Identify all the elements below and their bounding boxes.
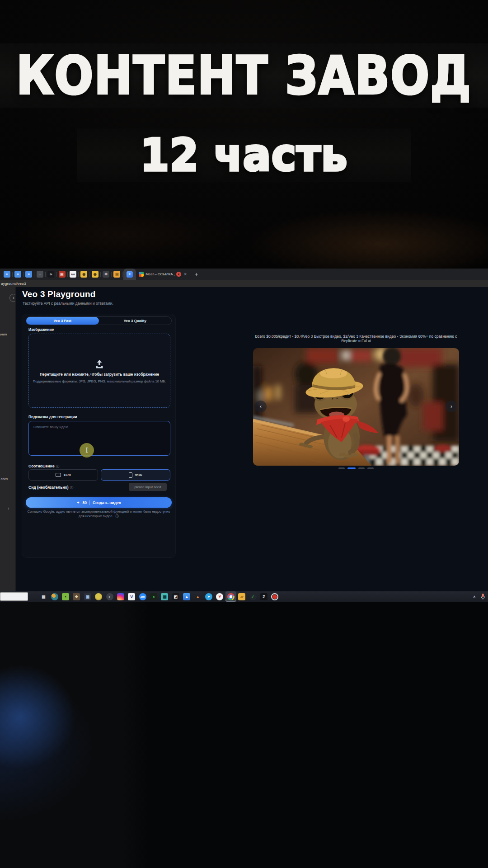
- yandex-browser-icon[interactable]: Y: [214, 591, 225, 602]
- antivirus-icon[interactable]: ▪: [60, 591, 71, 602]
- tray-chevron-icon[interactable]: ∧: [473, 594, 476, 599]
- sidebar-expand-chevron-icon[interactable]: ›: [8, 506, 9, 511]
- carousel-next-button[interactable]: ›: [446, 401, 457, 412]
- create-video-button[interactable]: ✦ 80 Создать видео: [26, 497, 172, 508]
- pinned-tab-folder[interactable]: ▤: [113, 271, 120, 278]
- mascot-app-icon[interactable]: [93, 591, 104, 602]
- audio-disclaimer: Согласно Google, аудио является эксперим…: [26, 509, 172, 519]
- photos-icon[interactable]: ▲: [181, 591, 192, 602]
- carousel-dots: [253, 467, 459, 469]
- pinned-tab-studio[interactable]: Si: [47, 271, 54, 278]
- pinned-tab-docs-3[interactable]: ≡: [25, 271, 32, 278]
- clip-editor-icon[interactable]: ◩: [170, 591, 181, 602]
- pricing-text: Всего $0.005/кредит - $0.4/Veo 3 Быстрое…: [253, 334, 459, 343]
- carousel-dot-2[interactable]: [347, 467, 356, 469]
- media-app-icon[interactable]: ▣: [82, 591, 93, 602]
- pinned-tab-extension[interactable]: ~: [37, 271, 43, 278]
- clip-editor-icon: ◩: [172, 593, 179, 600]
- video-preview-carousel[interactable]: [253, 348, 459, 466]
- sidebar-item-top[interactable]: ания: [0, 332, 7, 336]
- tab-close-icon[interactable]: ×: [183, 272, 188, 277]
- tab-veo3-fast[interactable]: Veo 3 Fast: [26, 317, 99, 325]
- page-subtitle: Тестируйте API с реальными данными и отв…: [23, 301, 113, 306]
- prompt-textarea-wrap: [28, 421, 170, 456]
- telegram-icon: ➤: [205, 593, 212, 600]
- pinned-tab-yellow-2[interactable]: ◉: [92, 271, 99, 278]
- page-title: Veo 3 Playground: [22, 289, 96, 299]
- instagram-icon: [117, 593, 124, 600]
- image-field-label: Изображение: [28, 327, 54, 332]
- video-editor-v-icon: V: [128, 593, 135, 600]
- carousel-dot-3[interactable]: [358, 467, 365, 469]
- video-editor-v-icon[interactable]: V: [126, 591, 137, 602]
- upload-icon: [94, 359, 105, 369]
- aspect-ratio-group: 16:9 9:16: [28, 469, 170, 481]
- overlay-part-number: 12 часть: [140, 129, 347, 180]
- address-bar[interactable]: ayground/veo3: [0, 280, 488, 287]
- pinned-tab-red-app[interactable]: ▣: [59, 271, 66, 278]
- meet-icon: [139, 272, 144, 277]
- antivirus-icon: ▪: [62, 593, 69, 600]
- z-recorder-icon[interactable]: Z: [258, 591, 269, 602]
- screen-record-icon: [271, 593, 278, 600]
- pinned-tab-docs-2[interactable]: ≡: [14, 271, 21, 278]
- upload-formats: Поддерживаемые форматы: JPG, JPEG, PNG; …: [33, 379, 166, 383]
- instagram-icon[interactable]: [115, 591, 126, 602]
- pinned-tab-aa[interactable]: AA: [70, 271, 76, 278]
- media-app-icon: ▣: [84, 593, 91, 600]
- ratio-field-label: Соотношениеⓘ: [28, 464, 59, 469]
- telegram-icon[interactable]: ➤: [203, 591, 214, 602]
- pinned-tab-gear[interactable]: ✻: [103, 271, 109, 278]
- game-icon[interactable]: ❖: [71, 591, 82, 602]
- browser-tab-bar: ≡≡≡~Si▣AA◉◉✻▤ ✦ Meet – ССЫЛКА ДЛЯ ВСТР ×…: [0, 269, 488, 280]
- ratio-9-16-button[interactable]: 9:16: [101, 469, 170, 481]
- video-preview-image: [253, 348, 459, 466]
- new-tab-button[interactable]: +: [193, 271, 200, 278]
- url-text: ayground/veo3: [0, 282, 26, 286]
- nature-app-icon[interactable]: ♠: [148, 591, 159, 602]
- seed-field-label: Сид (необязательно)ⓘ: [28, 485, 73, 490]
- photos-icon: ▲: [183, 593, 190, 600]
- vlc-icon: ▲: [194, 593, 202, 600]
- sidebar-collapse-button[interactable]: ‹: [9, 294, 16, 302]
- file-explorer-icon[interactable]: ▰: [236, 591, 247, 602]
- tab-meet[interactable]: Meet – ССЫЛКА ДЛЯ ВСТР ×: [136, 269, 189, 280]
- system-tray: ∧: [473, 591, 485, 602]
- bottom-backdrop: [0, 602, 488, 868]
- pinned-tab-docs-1[interactable]: ≡: [4, 271, 10, 278]
- microphone-icon[interactable]: [480, 593, 485, 600]
- pinned-tab-yellow-1[interactable]: ◉: [80, 271, 87, 278]
- ratio-16-9-button[interactable]: 16:9: [28, 469, 98, 481]
- carousel-dot-1[interactable]: [338, 467, 345, 469]
- tab-veo3-quality[interactable]: Veo 3 Quality: [99, 317, 172, 325]
- chrome-icon[interactable]: [225, 591, 236, 602]
- voice-chat-icon: ✓: [249, 593, 257, 600]
- mascot-app-icon: [95, 593, 102, 600]
- disclaimer-info-icon: ⓘ: [116, 514, 119, 518]
- prompt-field-label: Подсказка для генерации: [28, 415, 77, 419]
- active-tab[interactable]: ✦: [123, 269, 136, 280]
- globe-dark-icon: ◐: [106, 593, 113, 600]
- vlc-icon[interactable]: ▲: [192, 591, 203, 602]
- image-upload-dropzone[interactable]: Перетащите или нажмите, чтобы загрузить …: [28, 334, 170, 408]
- zoom-icon[interactable]: zm: [137, 591, 148, 602]
- pinned-tabs: ≡≡≡~Si▣AA◉◉✻▤: [0, 269, 122, 280]
- button-divider: [89, 500, 90, 505]
- browser-globe-icon[interactable]: [49, 591, 60, 602]
- carousel-prev-button[interactable]: ‹: [255, 401, 267, 412]
- screen: КОНТЕНТ ЗАВОД 12 часть ≡≡≡~Si▣AA◉◉✻▤ ✦ M…: [0, 0, 488, 868]
- sidebar-item-discord[interactable]: cord: [0, 477, 8, 481]
- calculator-icon[interactable]: ▦: [159, 591, 170, 602]
- upload-instruction: Перетащите или нажмите, чтобы загрузить …: [40, 372, 159, 377]
- prompt-textarea[interactable]: [29, 421, 170, 455]
- zoom-icon: zm: [139, 593, 146, 600]
- meet-tab-title: Meet – ССЫЛКА ДЛЯ ВСТР: [145, 272, 174, 276]
- screen-record-icon[interactable]: [269, 591, 280, 602]
- seed-input[interactable]: [129, 483, 167, 491]
- carousel-dot-4[interactable]: [367, 467, 374, 469]
- taskbar-search-input[interactable]: [0, 592, 28, 601]
- voice-chat-icon[interactable]: ✓: [247, 591, 258, 602]
- task-view-icon[interactable]: ▦: [38, 591, 49, 602]
- globe-dark-icon[interactable]: ◐: [104, 591, 115, 602]
- sparkle-icon: ✦: [76, 500, 80, 505]
